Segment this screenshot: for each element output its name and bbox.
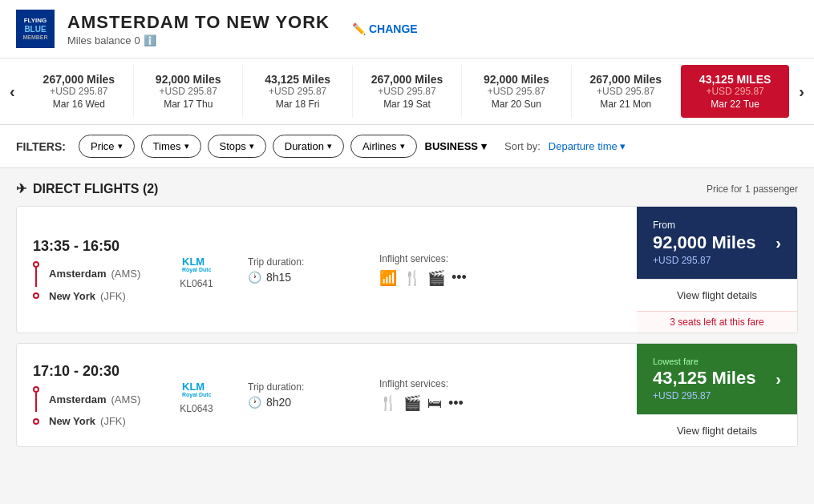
cabin-filter-button[interactable]: BUSINESS ▾ [425,140,487,152]
date-label: Mar 17 Thu [139,99,237,110]
fare-info-1: Lowest fare 43,125 Miles +USD 295.87 [653,357,755,401]
airlines-filter-label: Airlines [362,140,397,152]
inflight-icon-1-1: 🎬 [403,394,421,412]
view-flight-details-button-0[interactable]: View flight details [637,279,797,311]
fare-miles-1: 43,125 Miles [653,368,755,389]
date-option-2[interactable]: 43,125 Miles +USD 295.87 Mar 18 Fri [243,65,352,118]
trip-duration-label-1: Trip duration: [248,381,360,393]
svg-text:KLM: KLM [182,256,205,268]
route-title: AMSTERDAM TO NEW YORK [67,12,330,33]
date-option-4[interactable]: 92,000 Miles +USD 295.87 Mar 20 Sun [462,65,571,118]
svg-text:Royal Dutch Airlines: Royal Dutch Airlines [182,267,211,273]
duration-filter-button[interactable]: Duration▾ [273,135,344,158]
price-note: Price for 1 passenger [707,183,798,195]
stops-chevron-icon: ▾ [249,141,254,151]
sort-value-text: Departure time [549,140,618,152]
trip-duration-label-0: Trip duration: [248,256,360,268]
times-filter-button[interactable]: Times▾ [141,135,201,158]
klm-logo-0: KLM Royal Dutch Airlines [182,251,211,273]
change-button[interactable]: ✏️ CHANGE [352,22,418,35]
airlines-chevron-icon: ▾ [400,141,405,151]
sort-label: Sort by: [504,140,541,152]
clock-icon-1: 🕐 [248,396,261,409]
flight-card-0: 13:35 - 16:50 Amsterdam (AMS) New York (… [16,206,798,333]
date-miles: 92,000 Miles [139,73,237,86]
duration-text-1: 8h20 [266,396,291,409]
inflight-info-1: Inflight services: 🍴🎬🛏••• [379,378,508,412]
fare-box-0: From 92,000 Miles +USD 295.87 › View fli… [637,207,797,333]
date-usd: +USD 295.87 [358,86,456,97]
origin-stop-1: Amsterdam (AMS) [33,386,145,412]
flight-number-0: KL0641 [180,278,213,289]
origin-city-0: Amsterdam [49,268,107,280]
connector-line [35,393,37,412]
airline-info-0: KLM Royal Dutch Airlines KL0641 [164,251,229,289]
date-prev-arrow[interactable]: ‹ [0,83,25,101]
date-usd: +USD 295.87 [577,86,675,97]
price-filter-button[interactable]: Price▾ [79,135,135,158]
fare-main-1[interactable]: Lowest fare 43,125 Miles +USD 295.87 › [637,344,797,414]
date-label: Mar 20 Sun [467,99,565,110]
filters-bar: FILTERS: Price▾Times▾Stops▾Duration▾Airl… [0,125,814,168]
klm-icon-1: KLM Royal Dutch Airlines [182,376,211,398]
date-label: Mar 21 Mon [577,99,675,110]
dest-city-0: New York [49,290,95,302]
date-options-list: 267,000 Miles +USD 295.87 Mar 16 Wed 92,… [25,65,790,118]
date-option-1[interactable]: 92,000 Miles +USD 295.87 Mar 17 Thu [134,65,243,118]
dest-dot [33,418,39,425]
duration-filter-label: Duration [285,140,324,152]
duration-chevron-icon: ▾ [327,141,332,151]
date-miles: 92,000 Miles [467,73,565,86]
section-title: ✈ DIRECT FLIGHTS (2) [16,181,158,196]
date-label: Mar 19 Sat [358,99,456,110]
date-miles: 267,000 Miles [30,73,128,86]
svg-text:Royal Dutch Airlines: Royal Dutch Airlines [182,392,211,398]
edit-icon: ✏️ [352,22,366,35]
price-chevron-icon: ▾ [118,141,123,151]
page-header: FLYING BLUE MEMBER AMSTERDAM TO NEW YORK… [0,0,814,58]
connector-line [35,268,37,287]
stops-filter-label: Stops [220,140,246,152]
inflight-icon-0-1: 🍴 [403,269,421,287]
clock-icon-0: 🕐 [248,271,261,284]
date-selector: ‹ 267,000 Miles +USD 295.87 Mar 16 Wed 9… [0,58,814,125]
dest-stop-0: New York (JFK) [33,290,145,302]
view-flight-details-button-1[interactable]: View flight details [637,414,797,446]
date-usd: +USD 295.87 [686,86,784,97]
fare-usd-0: +USD 295.87 [653,255,755,266]
section-title-text: DIRECT FLIGHTS (2) [33,182,158,196]
sort-value[interactable]: Departure time ▾ [549,140,626,152]
flights-section: ✈ DIRECT FLIGHTS (2) Price for 1 passeng… [0,168,814,470]
duration-text-0: 8h15 [266,271,291,284]
times-filter-label: Times [153,140,181,152]
route-stops-0: Amsterdam (AMS) New York (JFK) [33,261,145,302]
inflight-icons-1: 🍴🎬🛏••• [379,394,508,412]
date-miles: 43,125 Miles [248,73,346,86]
date-usd: +USD 295.87 [139,86,237,97]
date-next-arrow[interactable]: › [789,83,814,101]
inflight-icon-0-3: ••• [452,269,467,286]
price-filter-label: Price [91,140,115,152]
flight-times-1: 17:10 - 20:30 Amsterdam (AMS) New York (… [33,363,145,427]
date-option-6[interactable]: 43,125 MILES +USD 295.87 Mar 22 Tue [681,65,789,118]
flying-blue-logo: FLYING BLUE MEMBER [16,10,55,48]
logo-flying: FLYING [24,17,47,25]
date-label: Mar 16 Wed [30,99,128,110]
date-option-3[interactable]: 267,000 Miles +USD 295.87 Mar 19 Sat [353,65,462,118]
stops-filter-button[interactable]: Stops▾ [208,135,266,158]
fare-arrow-icon-1: › [776,370,781,389]
date-option-5[interactable]: 267,000 Miles +USD 295.87 Mar 21 Mon [572,65,681,118]
fare-from-label: From [653,220,755,231]
date-option-0[interactable]: 267,000 Miles +USD 295.87 Mar 16 Wed [25,65,134,118]
fare-main-0[interactable]: From 92,000 Miles +USD 295.87 › [637,207,797,279]
fare-usd-1: +USD 295.87 [653,390,755,401]
logo-member: MEMBER [22,34,47,41]
origin-connector [33,261,39,287]
airlines-filter-button[interactable]: Airlines▾ [350,135,417,158]
miles-info-icon[interactable]: ℹ️ [144,34,156,46]
origin-dot [33,261,39,268]
inflight-icon-1-2: 🛏 [427,395,442,412]
date-label: Mar 18 Fri [248,99,346,110]
klm-icon-0: KLM Royal Dutch Airlines [182,251,211,273]
trip-duration-value-0: 🕐 8h15 [248,271,360,284]
